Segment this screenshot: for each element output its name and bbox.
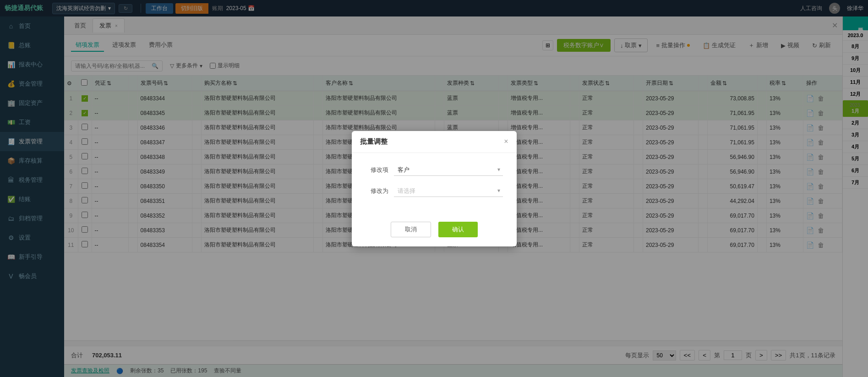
modal-close-btn[interactable]: ×	[504, 137, 508, 146]
modify-item-row: 修改项 客户 发票类型 税率 备注 ▾	[366, 164, 503, 176]
modify-to-select-wrapper[interactable]: 请选择 ▾	[394, 185, 503, 197]
modify-to-select[interactable]: 请选择	[394, 185, 503, 197]
modal-body: 修改项 客户 发票类型 税率 备注 ▾ 修改为 请选择	[352, 153, 517, 217]
modify-to-label: 修改为	[366, 187, 388, 195]
modify-item-select[interactable]: 客户 发票类型 税率 备注	[394, 164, 503, 175]
modify-item-select-wrapper[interactable]: 客户 发票类型 税率 备注 ▾	[394, 164, 503, 176]
modify-to-row: 修改为 请选择 ▾	[366, 185, 503, 197]
modal-overlay: 批量调整 × 修改项 客户 发票类型 税率 备注 ▾ 修改为	[0, 0, 868, 377]
modal-header: 批量调整 ×	[352, 131, 517, 153]
modal-title: 批量调整	[360, 137, 388, 146]
batch-adjust-modal: 批量调整 × 修改项 客户 发票类型 税率 备注 ▾ 修改为	[352, 131, 517, 246]
modal-footer: 取消 确认	[352, 217, 517, 246]
confirm-btn[interactable]: 确认	[438, 222, 478, 237]
modify-item-label: 修改项	[366, 166, 388, 174]
cancel-btn[interactable]: 取消	[391, 222, 431, 237]
